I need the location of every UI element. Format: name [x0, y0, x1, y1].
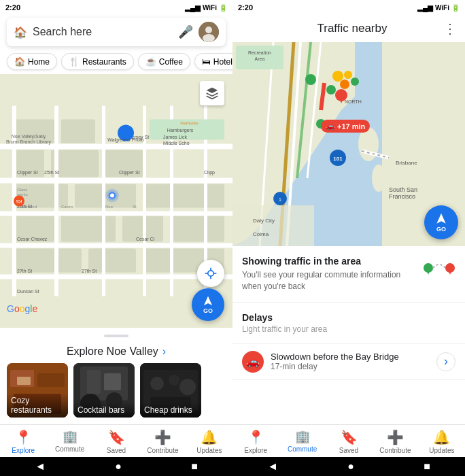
right-recents-button[interactable]: ■: [424, 460, 430, 473]
search-bar[interactable]: 🏠 Search here 🎤: [7, 18, 226, 46]
saved-nav-label: Saved: [107, 447, 126, 454]
svg-text:NORTH: NORTH: [345, 99, 362, 104]
info-section: Showing traffic in the area You'll see y…: [232, 246, 465, 424]
right-map[interactable]: Daly City Brisbane South San Francisco C…: [232, 42, 465, 246]
microphone-icon[interactable]: 🎤: [178, 24, 193, 39]
svg-text:Francisco: Francisco: [389, 193, 415, 200]
svg-text:Duncan St: Duncan St: [17, 289, 39, 294]
nav-contribute[interactable]: ➕ Contribute: [139, 429, 186, 454]
nav-saved[interactable]: 🔖 Saved: [93, 429, 139, 454]
left-panel: 2:20 ▂▄▆ WiFi 🔋 🏠 Search here 🎤 🏠 Home 🍴…: [0, 0, 232, 476]
card-drinks[interactable]: Cheap drinks: [140, 363, 201, 418]
svg-text:Hamburgers: Hamburgers: [167, 128, 194, 133]
right-nav-saved[interactable]: 🔖 Saved: [326, 429, 372, 454]
signal-icon: ▂▄▆: [185, 4, 201, 12]
right-commute-label: Commute: [288, 445, 317, 453]
right-back-button[interactable]: ◄: [267, 460, 278, 473]
traffic-info-title: Showing traffic in the area: [242, 256, 417, 267]
card-cocktail[interactable]: Cocktail bars: [73, 363, 135, 418]
right-nav-updates[interactable]: 🔔 Updates: [419, 429, 465, 454]
right-bottom-nav: 📍 Explore 🏢 Commute 🔖 Saved ➕ Contribute…: [232, 424, 465, 457]
svg-text:James Lick: James Lick: [163, 135, 188, 139]
navigation-icon: [202, 295, 214, 307]
svg-rect-13: [61, 215, 116, 242]
svg-text:Colma: Colma: [253, 231, 269, 237]
chip-hotels-label: Hotels: [213, 57, 232, 67]
chip-coffee[interactable]: ☕ Coffee: [138, 53, 190, 70]
delays-subtitle: Light traffic in your area: [242, 324, 455, 334]
nav-explore[interactable]: 📍 Explore: [0, 429, 46, 454]
location-button[interactable]: [197, 260, 224, 287]
right-commute-icon: 🏢: [295, 429, 310, 444]
right-explore-label: Explore: [244, 447, 267, 454]
svg-point-105: [326, 85, 336, 95]
right-status-bar: 2:20 ▂▄▆ WiFi 🔋: [232, 0, 465, 15]
hotels-icon: 🛏: [202, 56, 211, 67]
svg-text:27th St: 27th St: [82, 269, 97, 273]
layers-icon: [205, 86, 219, 100]
right-status-icons: ▂▄▆ WiFi 🔋: [417, 4, 460, 12]
svg-text:Noe Valley/Sally: Noe Valley/Sally: [12, 134, 46, 139]
svg-point-108: [340, 80, 349, 89]
left-time: 2:20: [5, 3, 20, 12]
svg-text:Brisbane: Brisbane: [396, 160, 417, 166]
user-avatar[interactable]: [199, 22, 219, 42]
svg-text:25th St: 25th St: [44, 170, 59, 175]
layers-button[interactable]: [200, 81, 224, 105]
left-map[interactable]: Noe Valley/Sally Brunn Branch Library Ha…: [0, 74, 232, 328]
svg-text:Clipper St: Clipper St: [17, 170, 38, 175]
svg-rect-20: [0, 178, 232, 184]
svg-text:Middle Scho: Middle Scho: [163, 141, 190, 146]
nav-commute[interactable]: 🏢 Commute: [46, 429, 92, 454]
svg-text:Diamond: Diamond: [20, 205, 37, 209]
svg-text:Cesar Chavez: Cesar Chavez: [17, 237, 48, 241]
chip-restaurants[interactable]: 🍴 Restaurants: [61, 53, 134, 70]
explore-arrow[interactable]: ›: [162, 345, 166, 358]
delay-badge: 🚗 +17 min: [321, 120, 370, 133]
explore-section: Explore Noe Valley › Cozy restaurants: [0, 328, 232, 424]
right-header: Traffic nearby ⋮: [232, 15, 465, 42]
chip-home[interactable]: 🏠 Home: [7, 53, 57, 70]
home-search-icon: 🏠: [14, 26, 27, 39]
right-nav-commute[interactable]: 🏢 Commute: [279, 429, 325, 454]
chip-hotels[interactable]: 🛏 Hotels: [194, 53, 232, 70]
delay-item[interactable]: 🚗 Slowdown before the Bay Bridge 17-min …: [232, 344, 465, 380]
back-button[interactable]: ◄: [35, 460, 46, 473]
go-button-left[interactable]: GO: [192, 288, 224, 321]
right-saved-icon: 🔖: [341, 429, 358, 445]
traffic-info-card: Showing traffic in the area You'll see y…: [232, 246, 465, 303]
right-saved-label: Saved: [339, 447, 358, 454]
svg-text:Daly City: Daly City: [253, 218, 275, 224]
go-button-right[interactable]: GO: [424, 205, 458, 239]
svg-rect-15: [170, 215, 224, 242]
recents-button[interactable]: ■: [191, 460, 198, 473]
right-nav-explore[interactable]: 📍 Explore: [232, 429, 279, 454]
svg-text:Glass: Glass: [17, 188, 27, 192]
drag-handle[interactable]: [104, 335, 128, 337]
filter-chips: 🏠 Home 🍴 Restaurants ☕ Coffee 🛏 Hotels: [0, 50, 232, 74]
nav-updates[interactable]: 🔔 Updates: [186, 429, 232, 454]
more-options-button[interactable]: ⋮: [443, 20, 457, 37]
delay-item-arrow[interactable]: ›: [436, 352, 455, 371]
svg-text:Cesar Cl: Cesar Cl: [136, 237, 155, 241]
svg-rect-25: [54, 106, 58, 296]
svg-text:Recreation: Recreation: [248, 50, 271, 55]
contribute-nav-label: Contribute: [147, 447, 178, 454]
svg-text:Castro: Castro: [61, 205, 73, 209]
svg-text:works: works: [16, 192, 28, 197]
right-wifi-icon: WiFi: [435, 4, 449, 12]
svg-rect-22: [0, 243, 232, 248]
right-home-button[interactable]: ●: [347, 460, 354, 473]
svg-rect-69: [37, 373, 65, 387]
right-updates-label: Updates: [429, 447, 454, 454]
home-button[interactable]: ●: [115, 460, 122, 473]
card-cocktail-label: Cocktail bars: [73, 403, 135, 418]
google-logo: Google: [7, 303, 37, 314]
svg-point-2: [203, 34, 215, 42]
svg-rect-19: [0, 144, 232, 150]
explore-nav-icon: 📍: [15, 429, 32, 445]
commute-nav-icon: 🏢: [63, 429, 78, 444]
right-nav-contribute[interactable]: ➕ Contribute: [372, 429, 418, 454]
card-restaurants[interactable]: Cozy restaurants: [7, 363, 68, 418]
search-text[interactable]: Search here: [33, 26, 173, 38]
